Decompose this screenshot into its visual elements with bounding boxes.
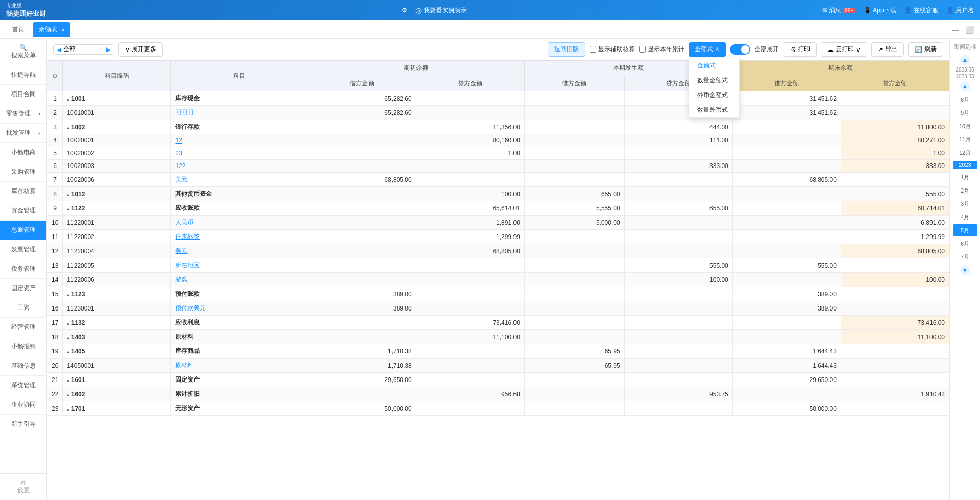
sidebar-item-project[interactable]: 项目合同 <box>0 85 46 104</box>
sidebar-item-quick-nav[interactable]: 快捷导航 <box>0 65 46 85</box>
sidebar-item-ledger[interactable]: 总账管理 <box>0 221 46 240</box>
prev-period-btn[interactable]: ▲ <box>960 55 970 65</box>
dropdown-item-qty-foreign[interactable]: 数量外币式 <box>689 103 739 117</box>
cell-name[interactable]: 122 <box>171 160 308 173</box>
cell-cl-credit <box>841 106 949 120</box>
online-service-btn[interactable]: 👤 在线客服 <box>904 6 938 15</box>
settings-icon[interactable]: ⚙ <box>52 73 58 80</box>
dropdown-item-foreign-amount[interactable]: 外币金额式 <box>689 88 739 103</box>
cell-name[interactable]: 无形资产 <box>171 401 308 416</box>
search-left-arrow[interactable]: ◀ <box>57 46 61 53</box>
demo-link[interactable]: ◎ 我要看实例演示 <box>415 6 467 15</box>
app-download-btn[interactable]: 📱 App下载 <box>864 6 896 15</box>
show-assist-checkbox[interactable]: 显示辅助核算 <box>590 45 635 54</box>
sidebar-item-system[interactable]: 系统管理 <box>0 376 46 395</box>
tab-close-icon[interactable]: × <box>61 27 64 33</box>
month-8[interactable]: 8月 <box>953 93 977 106</box>
month-12[interactable]: 12月 <box>953 147 977 159</box>
tab-balance-sheet[interactable]: 余额表 × <box>33 22 70 37</box>
back-btn[interactable]: 退回旧版 <box>548 42 585 57</box>
cell-name[interactable]: 库存现金 <box>171 91 308 106</box>
tab-minimize-btn[interactable]: — <box>952 26 959 34</box>
cell-name[interactable]: 银行存款 <box>171 120 308 134</box>
month-7[interactable]: 7月 <box>953 251 977 263</box>
cell-name[interactable]: 其他货币资金 <box>171 187 308 201</box>
search-input[interactable] <box>63 46 104 53</box>
month-2[interactable]: 2月 <box>953 184 977 197</box>
config-icon[interactable]: ⚙ <box>402 7 407 14</box>
cell-op-credit <box>416 373 524 387</box>
cell-op-debit <box>308 258 416 273</box>
cell-name[interactable]: 往来标签 <box>171 230 308 244</box>
sidebar-item-finance[interactable]: 资金管理 <box>0 201 46 221</box>
month-4[interactable]: 4月 <box>953 211 977 223</box>
dropdown-item-qty-amount[interactable]: 数量金额式 <box>689 73 739 88</box>
sidebar-item-retail[interactable]: 零售管理 › <box>0 104 46 124</box>
cell-name[interactable]: 固定资产 <box>171 373 308 387</box>
sidebar-item-expense[interactable]: 小畅报销 <box>0 337 46 356</box>
cell-name[interactable]: 累计折旧 <box>171 387 308 401</box>
month-1[interactable]: 1月 <box>953 171 977 183</box>
chevron-icon: › <box>38 110 40 117</box>
mode-dropdown-btn[interactable]: 金额式 ∧ <box>689 42 726 57</box>
cell-name[interactable]: 游戏 <box>171 273 308 287</box>
refresh-btn[interactable]: 🔄 刷新 <box>908 42 943 57</box>
month-11[interactable]: 11月 <box>953 133 977 146</box>
show-yearly-checkbox[interactable]: 显示本年累计 <box>639 45 684 54</box>
cloud-print-btn[interactable]: ☁ 云打印 ∨ <box>821 42 867 57</box>
cell-name[interactable]: 预付账款 <box>171 287 308 301</box>
sidebar-item-invoice[interactable]: 发票管理 <box>0 240 46 259</box>
sidebar-settings-btn[interactable]: ⚙ 设置 <box>0 473 46 500</box>
sidebar-item-payroll[interactable]: 工资 <box>0 298 46 318</box>
month-6[interactable]: 6月 <box>953 237 977 250</box>
cell-name[interactable]: 原材料 <box>171 330 308 344</box>
cell-name[interactable]: 23 <box>171 147 308 160</box>
sidebar-item-collab[interactable]: 企业协同 <box>0 395 46 415</box>
sidebar-item-purchase[interactable]: 采购管理 <box>0 162 46 182</box>
search-right-arrow[interactable]: ▶ <box>106 46 111 53</box>
cell-row-num: 9 <box>47 201 63 216</box>
cell-name[interactable]: 预付款美元 <box>171 301 308 316</box>
export-btn[interactable]: ↗ 导出 <box>871 42 904 57</box>
message-btn[interactable]: ✉ 消息 99+ <box>822 6 855 15</box>
cell-name[interactable]: 库存商品 <box>171 344 308 359</box>
cell-row-num: 4 <box>47 134 63 147</box>
tab-maximize-btn[interactable]: ⬜ <box>965 26 974 34</box>
month-10[interactable]: 10月 <box>953 120 977 132</box>
cell-op-credit <box>416 359 524 373</box>
sidebar-item-search[interactable]: 🔍 搜索菜单 <box>0 39 46 65</box>
sidebar-item-tax[interactable]: 税务管理 <box>0 259 46 279</box>
cell-name[interactable]: 应收利息 <box>171 316 308 330</box>
down-arrow[interactable]: ▼ <box>960 265 970 275</box>
sidebar-item-operations[interactable]: 经营管理 <box>0 318 46 337</box>
search-box[interactable]: ◀ ▶ <box>53 44 114 55</box>
month-9[interactable]: 9月 <box>953 107 977 119</box>
cell-name[interactable]: 美元 <box>171 244 308 258</box>
cell-name[interactable]: 美元 <box>171 173 308 187</box>
cell-cur-debit <box>524 273 624 287</box>
sidebar-item-ecom[interactable]: 小畅电商 <box>0 143 46 162</box>
sidebar-item-guide[interactable]: 新手引导 <box>0 415 46 434</box>
tab-home[interactable]: 首页 <box>6 22 31 37</box>
cell-cl-credit <box>841 287 949 301</box>
sidebar-item-wholesale[interactable]: 批发管理 › <box>0 124 46 143</box>
user-avatar[interactable]: 👤 用户名 <box>946 6 974 15</box>
up-arrow[interactable]: ▲ <box>960 81 970 91</box>
month-3[interactable]: 3月 <box>953 198 977 210</box>
expand-more-btn[interactable]: ∨ 展开更多 <box>118 42 163 57</box>
cell-name[interactable]: 原材料 <box>171 359 308 373</box>
cell-name[interactable]: 应收账款 <box>171 201 308 216</box>
dropdown-item-amount[interactable]: 金额式 <box>689 58 739 73</box>
print-btn[interactable]: 🖨 打印 <box>783 42 817 57</box>
sidebar-item-basic-info[interactable]: 基础信息 <box>0 356 46 376</box>
month-5[interactable]: 5月 <box>953 224 977 236</box>
cell-name[interactable]: 回回回 <box>171 106 308 120</box>
th-settings[interactable]: ⚙ <box>47 61 63 91</box>
expand-all-toggle[interactable] <box>730 44 750 55</box>
cell-name[interactable]: 所在地区 <box>171 258 308 273</box>
sidebar-item-inventory[interactable]: 库存核算 <box>0 182 46 201</box>
sidebar-item-fixed-assets[interactable]: 固定资产 <box>0 279 46 298</box>
cell-name[interactable]: 人民币 <box>171 216 308 230</box>
cell-op-credit: 80,160.00 <box>416 134 524 147</box>
cell-name[interactable]: 12 <box>171 134 308 147</box>
